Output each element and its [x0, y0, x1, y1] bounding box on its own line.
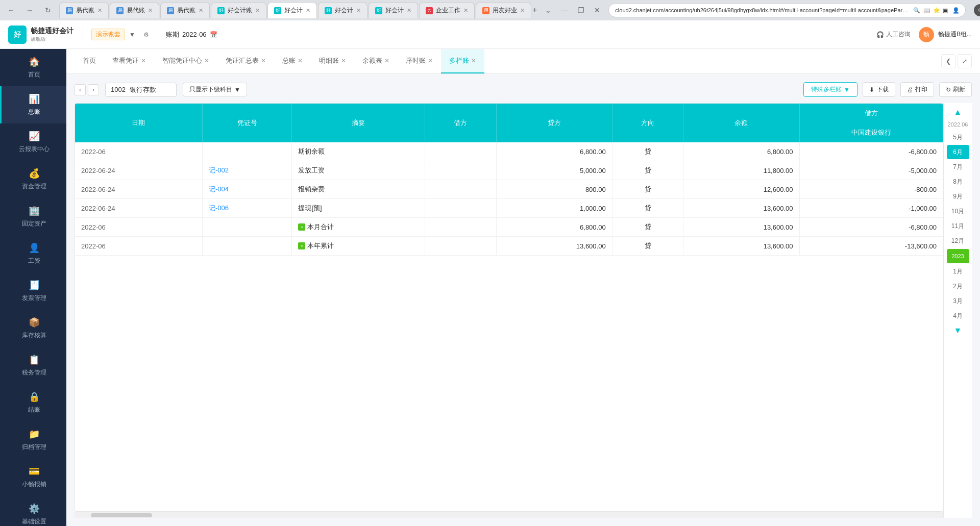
tab-expand-button[interactable]: ⤢ — [958, 54, 972, 68]
back-button[interactable]: ← — [4, 3, 18, 17]
browser-tab-2[interactable]: 易 易代账 ✕ — [110, 2, 159, 18]
dropdown-icon[interactable]: ▼ — [129, 31, 135, 38]
minimize-button[interactable]: — — [557, 3, 572, 17]
search-icon[interactable]: 🔍 — [913, 7, 920, 14]
bookmark-icon[interactable]: ⭐ — [933, 7, 940, 14]
tab-close-4[interactable]: ✕ — [255, 7, 260, 14]
table-row[interactable]: 2022-06▪本月合计6,800.00贷13,600.00-6,800.00 — [75, 218, 943, 237]
close-window-button[interactable]: ✕ — [590, 3, 604, 17]
profile-icon[interactable]: 👤 — [952, 7, 959, 14]
cal-year-badge-2023[interactable]: 2023 — [947, 249, 969, 263]
browser-tab-4[interactable]: 好 好会计账 ✕ — [211, 2, 266, 18]
tab-sequence[interactable]: 序时账 ✕ — [398, 49, 441, 73]
horizontal-scrollbar[interactable] — [75, 512, 943, 518]
tab-close-7[interactable]: ✕ — [407, 7, 411, 14]
tab-balance-close[interactable]: ✕ — [384, 57, 389, 64]
new-tab-button[interactable]: + — [532, 3, 537, 17]
cal-month-2022-2[interactable]: 7月 — [947, 160, 969, 174]
cal-month-2022-0[interactable]: 5月 — [947, 130, 969, 144]
sidebar-item-close[interactable]: 🔒 结账 — [0, 384, 66, 421]
forward-button[interactable]: → — [22, 3, 37, 17]
sidebar-item-archive[interactable]: 📁 归档管理 — [0, 421, 66, 459]
sidebar-item-settings[interactable]: ⚙️ 基础设置 — [0, 496, 66, 526]
cell-r1-c1[interactable]: 记-002 — [202, 161, 292, 180]
cal-month-2022-4[interactable]: 9月 — [947, 189, 969, 204]
tab-voucher-summary[interactable]: 凭证汇总表 ✕ — [217, 49, 274, 73]
calendar-down-button[interactable]: ▼ — [951, 323, 965, 338]
cal-month-2022-5[interactable]: 10月 — [947, 204, 969, 218]
cal-month-2023-1[interactable]: 2月 — [947, 279, 969, 293]
tab-close-9[interactable]: ✕ — [520, 7, 525, 14]
sidebar-item-ledger[interactable]: 📊 总账 — [0, 86, 66, 123]
cal-month-2022-1[interactable]: 6月 — [947, 145, 969, 159]
tab-close-8[interactable]: ✕ — [463, 7, 468, 14]
scrollbar-thumb[interactable] — [91, 513, 152, 517]
tab-smart-voucher-close[interactable]: ✕ — [204, 57, 209, 64]
incognito-button[interactable]: 👁 无痕模式 — [974, 4, 980, 16]
tab-general-ledger[interactable]: 总账 ✕ — [274, 49, 311, 73]
tab-close-2[interactable]: ✕ — [148, 7, 153, 14]
table-row[interactable]: 2022-06▪本年累计13,600.00贷13,600.00-13,600.0… — [75, 237, 943, 256]
sidebar-item-home[interactable]: 🏠 首页 — [0, 49, 66, 86]
settings-button[interactable]: ⚙ — [139, 28, 154, 42]
cell-r3-c1[interactable]: 记-006 — [202, 199, 292, 218]
browser-tab-8[interactable]: C 企业工作 ✕ — [419, 2, 475, 18]
table-row[interactable]: 2022-06-24记-004报销杂费800.00贷12,600.00-800.… — [75, 180, 943, 199]
sidebar-item-reports[interactable]: 📈 云报表中心 — [0, 123, 66, 161]
sidebar-item-tax[interactable]: 📋 税务管理 — [0, 347, 66, 384]
filter-button[interactable]: 只显示下级科目 ▼ — [183, 83, 247, 96]
cal-month-2022-7[interactable]: 12月 — [947, 234, 969, 248]
reload-button[interactable]: ↻ — [41, 3, 55, 17]
browser-tab-5[interactable]: 好 好会计 ✕ — [267, 2, 317, 18]
cal-month-2022-3[interactable]: 8月 — [947, 174, 969, 189]
next-account-button[interactable]: › — [88, 84, 99, 95]
table-row[interactable]: 2022-06-24记-006提现[预]1,000.00贷13,600.00-1… — [75, 199, 943, 218]
table-row[interactable]: 2022-06期初余额6,800.00贷6,800.00-6,800.00 — [75, 142, 943, 161]
tab-multi-column-close[interactable]: ✕ — [471, 57, 476, 64]
restore-button[interactable]: ❐ — [574, 3, 588, 17]
sidebar-item-funds[interactable]: 💰 资金管理 — [0, 161, 66, 198]
cal-month-2023-0[interactable]: 1月 — [947, 264, 969, 279]
tab-general-ledger-close[interactable]: ✕ — [298, 57, 303, 64]
address-bar[interactable]: cloud2.chanjet.com/accounting/uh26t264j5… — [608, 3, 966, 17]
tab-sequence-close[interactable]: ✕ — [428, 57, 433, 64]
sidebar-item-invoice[interactable]: 🧾 发票管理 — [0, 272, 66, 310]
sidebar-item-salary[interactable]: 👤 工资 — [0, 235, 66, 272]
tab-smart-voucher[interactable]: 智能凭证中心 ✕ — [154, 49, 217, 73]
cell-r2-c1[interactable]: 记-004 — [202, 180, 292, 199]
calendar-up-button[interactable]: ▲ — [951, 105, 965, 119]
tab-balance[interactable]: 余额表 ✕ — [354, 49, 398, 73]
prev-account-button[interactable]: ‹ — [75, 84, 86, 95]
tab-close-5[interactable]: ✕ — [306, 7, 310, 14]
tab-collapse-button[interactable]: ❮ — [941, 54, 955, 68]
tab-detail-close[interactable]: ✕ — [341, 57, 346, 64]
browser-tab-3[interactable]: 易 易代账 ✕ — [160, 2, 210, 18]
special-multicolumn-button[interactable]: 特殊多栏账 ▼ — [803, 82, 857, 97]
tab-multi-column[interactable]: 多栏账 ✕ — [441, 49, 484, 73]
tab-voucher[interactable]: 查看凭证 ✕ — [104, 49, 154, 73]
calendar-icon[interactable]: 📅 — [210, 31, 217, 38]
tab-voucher-summary-close[interactable]: ✕ — [261, 57, 266, 64]
browser-tab-1[interactable]: 易 易代账 ✕ — [59, 2, 109, 18]
browser-tab-6[interactable]: 好 好会计 ✕ — [318, 2, 368, 18]
browser-tab-7[interactable]: 好 好会计 ✕ — [369, 2, 418, 18]
tab-close-1[interactable]: ✕ — [97, 7, 102, 14]
print-button[interactable]: 🖨 打印 — [900, 82, 934, 97]
tab-detail[interactable]: 明细账 ✕ — [311, 49, 354, 73]
tab-close-6[interactable]: ✕ — [356, 7, 361, 14]
cal-month-2022-6[interactable]: 11月 — [947, 219, 969, 233]
sidebar-item-assets[interactable]: 🏢 固定资产 — [0, 198, 66, 235]
account-selector[interactable]: 1002 银行存款 — [105, 83, 177, 97]
sidebar-item-expense[interactable]: 💳 小畅报销 — [0, 459, 66, 496]
tab-close-3[interactable]: ✕ — [199, 7, 203, 14]
tab-list-button[interactable]: ⌄ — [541, 3, 555, 17]
table-row[interactable]: 2022-06-24记-002发放工资5,000.00贷11,800.00-5,… — [75, 161, 943, 180]
download-button[interactable]: ⬇ 下载 — [863, 82, 895, 97]
cal-month-2023-2[interactable]: 3月 — [947, 294, 969, 308]
sidebar-item-inventory[interactable]: 📦 库存核算 — [0, 310, 66, 347]
browser-tab-9[interactable]: 用 用友好业 ✕ — [476, 2, 531, 18]
support-button[interactable]: 🎧 人工咨询 — [876, 30, 911, 39]
cal-month-2023-3[interactable]: 4月 — [947, 309, 969, 323]
refresh-button[interactable]: ↻ 刷新 — [939, 82, 972, 97]
reader-icon[interactable]: 📖 — [923, 7, 930, 14]
